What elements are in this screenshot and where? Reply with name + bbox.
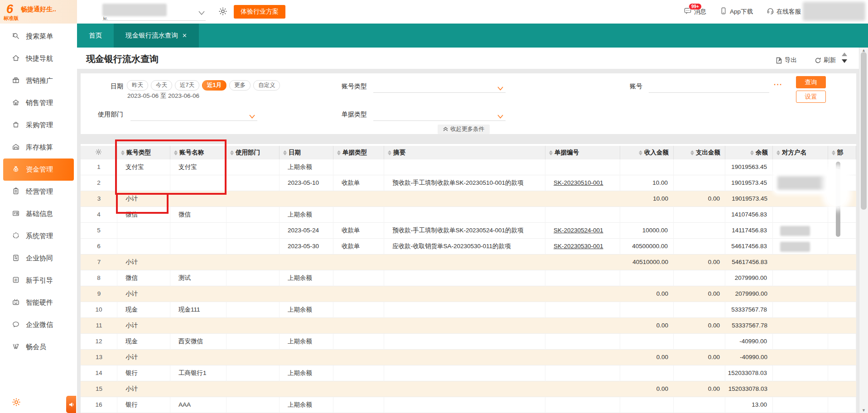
sidebar-item-营销推广[interactable]: 营销推广 — [0, 70, 77, 92]
department-select[interactable] — [130, 120, 257, 121]
topbar-link-App下载[interactable]: App下载 — [720, 7, 753, 16]
cell-type: 银行 — [117, 365, 170, 381]
store-selector-redacted[interactable] — [102, 4, 167, 16]
column-header-日期[interactable]: 日期 — [280, 146, 333, 159]
user-account-redacted[interactable] — [803, 2, 865, 21]
account-input[interactable] — [649, 92, 769, 93]
column-header-账号名称[interactable]: 账号名称 — [170, 146, 227, 159]
table-row-subtotal[interactable]: 11小计0.000.0053337567.78 — [81, 318, 856, 334]
doc-type-select[interactable] — [373, 120, 506, 121]
gear-icon[interactable] — [218, 7, 227, 18]
table-row-subtotal[interactable]: 7小计40510000.000.0054617456.83 — [81, 255, 856, 270]
sidebar-item-智能硬件[interactable]: 智能硬件 — [0, 292, 77, 314]
more-options-dots[interactable]: ... — [774, 79, 782, 87]
column-header-摘要[interactable]: 摘要 — [384, 146, 545, 159]
sort-arrows-icon[interactable] — [230, 150, 234, 155]
sidebar-item-基础信息[interactable]: 基础信息 — [0, 203, 77, 225]
chevron-down-icon[interactable] — [249, 112, 255, 120]
table-row-subtotal[interactable]: 9小计0.000.002079990.00 — [81, 286, 856, 302]
tab-close-icon[interactable]: ✕ — [182, 32, 187, 39]
gear-icon[interactable] — [95, 149, 102, 157]
table-row[interactable]: 14银行工商银行1上期余额152033078.03 — [81, 365, 856, 381]
table-row-subtotal[interactable]: 13小计0.000.00-40990.00 — [81, 350, 856, 365]
sidebar-item-采购管理[interactable]: 采购管理 — [0, 114, 77, 136]
sidebar-item-label: 库存核算 — [26, 143, 53, 152]
table-row[interactable]: 12现金西安微信上期余额-40990.00 — [81, 334, 856, 350]
column-settings-header[interactable] — [81, 146, 117, 159]
cell-type — [117, 223, 170, 239]
sort-arrows-icon[interactable] — [776, 150, 780, 155]
sidebar-item-经营管理[interactable]: 经营管理 — [0, 181, 77, 203]
column-header-余额[interactable]: 余额 — [725, 146, 773, 159]
sidebar-item-资金管理[interactable]: 资金管理 — [3, 158, 74, 181]
sort-arrows-icon[interactable] — [121, 150, 125, 155]
table-row[interactable]: 16银行AAA上期余额13.00 — [81, 397, 856, 413]
table-row[interactable]: 10现金现金111上期余额53337567.78 — [81, 302, 856, 318]
export-button[interactable]: 导出 — [776, 56, 797, 64]
sort-arrows-icon[interactable] — [283, 150, 287, 155]
sidebar-item-畅会员[interactable]: 畅会员 — [0, 336, 77, 358]
date-quick-昨天[interactable]: 昨天 — [127, 80, 148, 91]
column-header-部[interactable]: 部 — [828, 146, 856, 159]
sidebar-item-企业微信[interactable]: 企业微信 — [0, 314, 77, 336]
settings-button[interactable]: 设置 — [796, 91, 826, 103]
column-header-使用部门[interactable]: 使用部门 — [227, 146, 280, 159]
date-quick-自定义[interactable]: 自定义 — [253, 80, 280, 91]
table-row[interactable]: 52023-05-24收款单预收款-手工填制收款单SK-20230524-001… — [81, 223, 856, 239]
window-scrollbar[interactable]: ▲ ▼ — [859, 48, 868, 413]
tab-现金银行流水查询[interactable]: 现金银行流水查询✕ — [114, 24, 199, 48]
sort-arrows-icon[interactable] — [690, 150, 694, 155]
doc-number-link[interactable]: SK-20230530-001 — [554, 243, 603, 250]
collapse-conditions-button[interactable]: 收起更多条件 — [438, 125, 490, 134]
chevron-down-icon[interactable] — [497, 84, 503, 92]
table-row[interactable]: 8微信测试上期余额2079990.00 — [81, 270, 856, 286]
column-header-账号类型[interactable]: 账号类型 — [117, 146, 170, 159]
announcement-speaker-icon[interactable] — [66, 396, 76, 413]
topbar-link-在线客服[interactable]: 在线客服 — [767, 7, 801, 16]
sort-arrows-icon[interactable] — [174, 150, 178, 155]
sort-arrows-icon[interactable] — [549, 150, 553, 155]
scroll-down-arrow-icon[interactable] — [842, 59, 847, 63]
doc-number-link[interactable]: SK-20230510-001 — [554, 179, 603, 186]
table-row[interactable]: 62023-05-30收款单应收款-收取销货单SA-20230530-011的款… — [81, 239, 856, 255]
column-header-单据类型[interactable]: 单据类型 — [333, 146, 384, 159]
table-row[interactable]: 22023-05-10收款单预收款-手工填制收款单SK-20230510-001… — [81, 175, 856, 191]
scrollbar-down-arrow-icon[interactable]: ▼ — [862, 408, 866, 413]
sidebar-item-系统管理[interactable]: 系统管理 — [0, 225, 77, 247]
window-scrollbar-thumb[interactable] — [861, 52, 867, 210]
column-header-收入金额[interactable]: 收入金额 — [620, 146, 674, 159]
sidebar-item-快捷导航[interactable]: 快捷导航 — [0, 48, 77, 70]
sidebar-item-库存核算[interactable]: 库存核算 — [0, 136, 77, 158]
table-row-subtotal[interactable]: 15小计0.000.00152033078.03 — [81, 381, 856, 397]
sidebar-item-销售管理[interactable]: 销售管理 — [0, 92, 77, 114]
experience-plan-button[interactable]: 体验行业方案 — [234, 5, 285, 19]
refresh-button[interactable]: 刷新 — [815, 56, 836, 64]
chevron-down-icon[interactable] — [497, 112, 503, 120]
account-type-select[interactable] — [373, 92, 506, 93]
sidebar-item-企业协同[interactable]: 企业协同 — [0, 247, 77, 269]
topbar-link-消息[interactable]: 消息99+ — [684, 7, 706, 16]
sort-arrows-icon[interactable] — [388, 150, 391, 155]
query-button[interactable]: 查询 — [796, 76, 826, 88]
date-quick-更多[interactable]: 更多 — [229, 80, 251, 91]
chevron-down-icon[interactable] — [198, 9, 205, 17]
date-quick-今天[interactable]: 今天 — [151, 80, 172, 91]
sidebar-item-新手引导[interactable]: 新新手引导 — [0, 269, 77, 292]
column-header-对方户名[interactable]: 对方户名 — [773, 146, 828, 159]
tab-首页[interactable]: 首页 — [77, 24, 114, 48]
column-header-单据编号[interactable]: 单据编号 — [545, 146, 620, 159]
sort-arrows-icon[interactable] — [337, 150, 341, 155]
sort-arrows-icon[interactable] — [750, 150, 754, 155]
sort-arrows-icon[interactable] — [639, 150, 642, 155]
date-quick-近1月[interactable]: 近1月 — [202, 80, 227, 91]
sort-arrows-icon[interactable] — [832, 150, 835, 155]
scroll-up-arrow-icon[interactable] — [842, 53, 847, 56]
settings-gear-icon[interactable] — [12, 398, 21, 408]
table-row[interactable]: 4微信微信上期余额14107456.83 — [81, 207, 856, 223]
column-header-支出金额[interactable]: 支出金额 — [674, 146, 725, 159]
table-row[interactable]: 1支付宝支付宝上期余额19019563.45 — [81, 159, 856, 175]
doc-number-link[interactable]: SK-20230524-001 — [554, 227, 603, 234]
table-row-subtotal[interactable]: 3小计10.000.0019019573.45 — [81, 191, 856, 207]
date-quick-近7天[interactable]: 近7天 — [175, 80, 199, 91]
sidebar-item-搜索菜单[interactable]: 搜索菜单 — [0, 25, 77, 48]
